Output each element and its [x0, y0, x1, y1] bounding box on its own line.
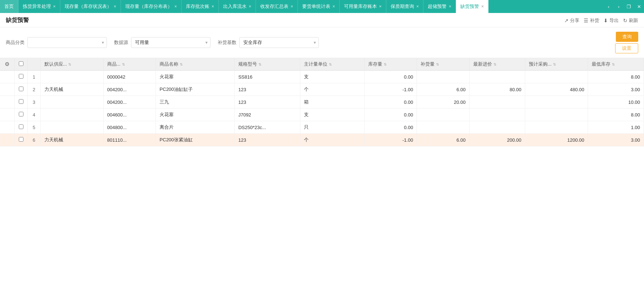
category-filter-group: 商品分类 ▾ — [6, 37, 107, 48]
table-settings-icon[interactable]: ⚙ — [5, 61, 9, 67]
td-min-stock-2: 10.00 — [588, 96, 644, 109]
table-row: 2 力天机械 004200... PC200油缸缸子 123 个 -1.00 6… — [0, 83, 644, 96]
supplement-btn[interactable]: ☰ 补货 — [584, 17, 599, 24]
th-stock[interactable]: 库存量 ⇅ — [365, 58, 417, 71]
td-row-settings-3 — [0, 109, 14, 121]
supplement-base-filter-group: 补货基数 安全库存 ▾ — [218, 37, 319, 48]
td-unit-0: 支 — [300, 71, 364, 83]
tab-item-2[interactable]: 现存量（库存状况表）× — [60, 0, 121, 13]
supplement-base-select-wrapper: 安全库存 ▾ — [239, 37, 319, 48]
th-spec[interactable]: 规格型号 ⇅ — [235, 58, 300, 71]
query-button[interactable]: 查询 — [616, 32, 638, 42]
select-all-checkbox[interactable] — [19, 61, 23, 66]
category-select-wrapper: ▾ — [27, 37, 107, 48]
tab-close-11[interactable]: × — [481, 4, 484, 9]
tab-close-1[interactable]: × — [53, 4, 56, 9]
tab-item-3[interactable]: 现存量（库存分布表）× — [121, 0, 182, 13]
tab-item-1[interactable]: 拣货异常处理× — [18, 0, 60, 13]
tab-next-btn[interactable]: › — [614, 0, 624, 13]
td-checkbox-5 — [14, 134, 27, 146]
page-header: 缺货预警 ↗ 分享 ☰ 补货 ⬇ 导出 ↻ 刷新 — [0, 13, 644, 27]
supplement-base-label: 补货基数 — [218, 39, 236, 46]
td-supplier-4 — [40, 121, 103, 134]
page-container: 缺货预警 ↗ 分享 ☰ 补货 ⬇ 导出 ↻ 刷新 商品分类 — [0, 13, 644, 287]
tab-item-10[interactable]: 超储预警× — [423, 0, 456, 13]
tab-item-7[interactable]: 要货单统计表× — [298, 0, 340, 13]
td-supplier-2 — [40, 96, 103, 109]
td-spec-3: J7092 — [235, 109, 300, 121]
tab-item-11[interactable]: 缺货预警× — [456, 0, 488, 13]
row-checkbox-4[interactable] — [19, 124, 23, 129]
window-close-btn[interactable]: ✕ — [634, 0, 644, 13]
tab-close-10[interactable]: × — [449, 4, 451, 9]
tab-close-7[interactable]: × — [332, 4, 335, 9]
refresh-btn[interactable]: ↻ 刷新 — [623, 17, 638, 24]
td-unit-4: 只 — [300, 121, 364, 134]
tab-item-5[interactable]: 出入库流水× — [219, 0, 256, 13]
th-supplement-qty[interactable]: 补货量 ⇅ — [417, 58, 469, 71]
datasource-label: 数据源 — [114, 39, 128, 46]
td-row-settings-1 — [0, 83, 14, 96]
th-row-num — [27, 58, 40, 71]
th-estimated-purchase[interactable]: 预计采购... ⇅ — [525, 58, 588, 71]
row-checkbox-5[interactable] — [19, 137, 23, 142]
refresh-icon: ↻ — [623, 18, 627, 23]
row-checkbox-1[interactable] — [19, 87, 23, 91]
td-purchase-0 — [525, 71, 588, 83]
td-stock-1: -1.00 — [365, 83, 417, 96]
td-row-num-0: 1 — [27, 71, 40, 83]
sort-spec-icon: ⇅ — [258, 62, 261, 66]
header-actions: ↗ 分享 ☰ 补货 ⬇ 导出 ↻ 刷新 — [564, 17, 638, 24]
row-checkbox-2[interactable] — [19, 99, 23, 104]
tab-item-8[interactable]: 可用量库存账本× — [340, 0, 386, 13]
supplement-base-select[interactable]: 安全库存 — [239, 37, 319, 48]
tab-prev-btn[interactable]: ‹ — [604, 0, 614, 13]
category-select[interactable] — [27, 37, 107, 48]
td-price-2 — [469, 96, 525, 109]
sort-name-icon: ⇅ — [180, 62, 183, 66]
window-restore-btn[interactable]: ❐ — [624, 0, 634, 13]
tab-item-6[interactable]: 收发存汇总表× — [256, 0, 298, 13]
td-purchase-1: 480.00 — [525, 83, 588, 96]
tab-close-8[interactable]: × — [379, 4, 382, 9]
td-purchase-3 — [525, 109, 588, 121]
table-row: 3 004200... 三九 123 箱 0.00 20.00 10.00 — [0, 96, 644, 109]
th-min-stock[interactable]: 最低库存 ⇅ — [588, 58, 644, 71]
share-btn[interactable]: ↗ 分享 — [564, 17, 579, 24]
tab-close-2[interactable]: × — [114, 4, 116, 9]
sort-min-stock-icon: ⇅ — [612, 62, 615, 66]
tab-close-9[interactable]: × — [416, 4, 419, 9]
tab-item-0[interactable]: 首页 — [0, 0, 18, 13]
tab-close-6[interactable]: × — [291, 4, 293, 9]
th-unit[interactable]: 主计量单位 ⇅ — [300, 58, 364, 71]
td-code-5: 801110... — [103, 134, 156, 146]
row-checkbox-3[interactable] — [19, 112, 23, 116]
td-supplier-1: 力天机械 — [40, 83, 103, 96]
td-supplier-5: 力天机械 — [40, 134, 103, 146]
th-product-code[interactable]: 商品... ⇅ — [103, 58, 156, 71]
tab-close-4[interactable]: × — [212, 4, 214, 9]
table-row: 1 0000042 火花塞 SS816 支 0.00 8.00 — [0, 71, 644, 83]
row-checkbox-0[interactable] — [19, 74, 23, 79]
td-name-2: 三九 — [156, 96, 235, 109]
tab-item-4[interactable]: 库存批次账× — [182, 0, 219, 13]
td-code-3: 004600... — [103, 109, 156, 121]
th-default-supplier[interactable]: 默认供应... ⇅ — [40, 58, 103, 71]
sort-price-icon: ⇅ — [493, 62, 496, 66]
export-btn[interactable]: ⬇ 导出 — [604, 17, 619, 24]
td-spec-1: 123 — [235, 83, 300, 96]
tab-item-9[interactable]: 保质期查询× — [386, 0, 423, 13]
datasource-select[interactable]: 可用量 — [131, 37, 210, 48]
td-stock-2: 0.00 — [365, 96, 417, 109]
td-supplement-1: 6.00 — [417, 83, 469, 96]
th-latest-price[interactable]: 最新进价 ⇅ — [469, 58, 525, 71]
tab-close-3[interactable]: × — [174, 4, 177, 9]
settings-button[interactable]: 设置 — [615, 43, 638, 53]
sort-supplement-icon: ⇅ — [436, 62, 439, 66]
td-row-settings-2 — [0, 96, 14, 109]
th-product-name[interactable]: 商品名称 ⇅ — [156, 58, 235, 71]
filter-actions: 查询 设置 — [615, 32, 638, 53]
td-spec-2: 123 — [235, 96, 300, 109]
td-name-3: 火花塞 — [156, 109, 235, 121]
tab-close-5[interactable]: × — [249, 4, 251, 9]
